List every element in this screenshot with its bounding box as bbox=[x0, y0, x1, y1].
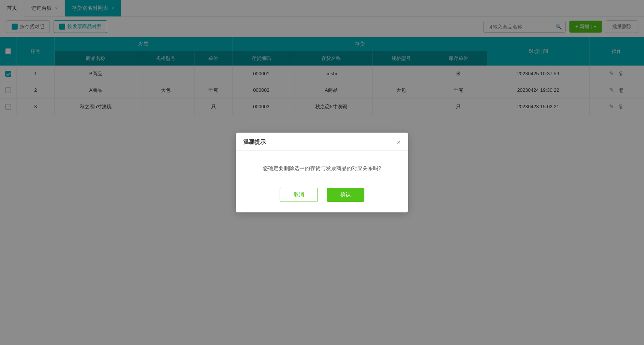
dialog-title: 温馨提示 bbox=[243, 139, 266, 146]
dialog-footer: 取消 确认 bbox=[236, 184, 408, 212]
dialog-body: 您确定要删除选中的存货与发票商品的对应关系吗? bbox=[236, 151, 408, 184]
confirm-dialog: 温馨提示 × 您确定要删除选中的存货与发票商品的对应关系吗? 取消 确认 bbox=[236, 133, 408, 212]
cancel-button[interactable]: 取消 bbox=[280, 188, 318, 202]
dialog-message: 您确定要删除选中的存货与发票商品的对应关系吗? bbox=[263, 165, 381, 171]
dialog-close-btn[interactable]: × bbox=[397, 139, 401, 146]
dialog-overlay[interactable]: 温馨提示 × 您确定要删除选中的存货与发票商品的对应关系吗? 取消 确认 bbox=[0, 0, 644, 345]
dialog-header: 温馨提示 × bbox=[236, 133, 408, 151]
confirm-button[interactable]: 确认 bbox=[327, 188, 364, 202]
